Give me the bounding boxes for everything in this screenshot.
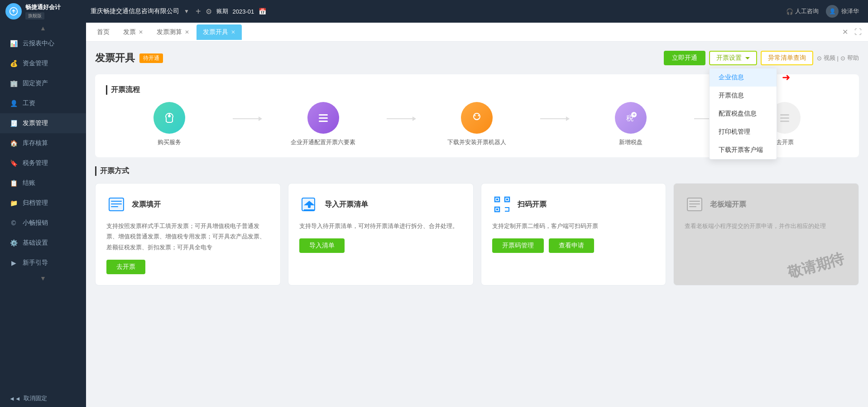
company-info-label: 企业信息 [719,73,744,81]
sidebar-label-report: 小畅报销 [23,219,48,227]
salary-icon: 👤 [9,99,18,108]
calendar-icon[interactable]: 📅 [259,8,266,15]
invoice-info-label: 开票信息 [719,92,744,99]
svg-rect-20 [308,203,311,208]
divider-pipe: | [837,55,839,62]
tab-home[interactable]: 首页 [91,24,116,40]
fund-icon: 💰 [9,59,18,68]
add-company-btn[interactable]: + [196,6,201,17]
dropdown-item-tax-config[interactable]: 配置税盘信息 [710,105,777,123]
sidebar-label-cloud-report: 云报表中心 [23,39,54,48]
fill-method-title: 发票填开 [132,200,161,209]
sidebar-item-fund[interactable]: 💰 资金管理 [0,53,86,73]
fill-go-btn[interactable]: 去开票 [106,260,145,274]
abnormal-btn[interactable]: 异常清单查询 [761,51,813,65]
cloud-report-icon: 📊 [9,39,18,48]
sidebar-item-cloud-report[interactable]: 📊 云报表中心 [0,34,86,53]
svg-rect-17 [111,204,122,204]
dropdown-item-invoice-info[interactable]: 开票信息 [710,87,777,105]
tab-invoice-list-close[interactable]: ✕ [139,29,143,35]
method-card-fill: 发票填开 支持按照发票样式手工填开发票；可开具增值税电子普通发票、增值税普通发票… [95,183,281,286]
tab-invoice-issue[interactable]: 发票开具 ✕ [197,24,242,40]
sidebar-item-inventory[interactable]: 🏠 库存核算 [0,133,86,153]
logo-text: 畅捷通好会计 [25,3,61,11]
sidebar-item-invoice[interactable]: 🧾 发票管理 [0,113,86,133]
boss-method-title: 老板端开票 [710,200,746,209]
flow-step-add-tax: 税+ 新增税盘 [567,102,694,146]
user-btn[interactable]: 👤 徐泽华 [826,5,859,18]
settings-gear-icon[interactable]: ⚙ [206,7,212,16]
support-btn[interactable]: 🎧 人工咨询 [786,7,819,15]
svg-rect-3 [319,114,328,116]
sidebar-label-settle: 结账 [23,179,35,187]
step-add-tax-label: 新增税盘 [619,138,643,146]
sidebar-item-base[interactable]: ⚙️ 基础设置 [0,233,86,253]
sidebar-item-report[interactable]: © 小畅报销 [0,213,86,233]
scan-method-desc: 支持定制开票二维码，客户端可扫码开票 [492,221,655,231]
tab-close-all-icon[interactable]: ✕ [839,28,852,36]
dropdown-item-download-client[interactable]: 下载开票客户端 [710,141,777,159]
dropdown-chevron[interactable]: ▼ [184,8,189,15]
tab-maximize-icon[interactable]: ⛶ [853,28,863,36]
method-card-import: 导入开票清单 支持导入待开票清单，可对待开票清单进行拆分、合并处理。 导入清单 [288,183,474,286]
scan-apply-btn[interactable]: 查看申请 [549,238,594,253]
sidebar-item-settle[interactable]: 📋 结账 [0,173,86,193]
settings-dropdown-arrow [745,57,750,59]
sidebar-item-tax[interactable]: 🔖 税务管理 [0,153,86,173]
sidebar-item-salary[interactable]: 👤 工资 [0,93,86,113]
overlay-text: 敬请期待 [785,249,846,283]
scan-code-btn[interactable]: 开票码管理 [492,238,544,253]
svg-rect-16 [111,201,122,202]
cancel-pin-btn[interactable]: ◄◄ 取消固定 [0,390,86,407]
svg-point-8 [478,115,480,116]
sidebar-label-salary: 工资 [23,99,35,107]
import-btn[interactable]: 导入清单 [299,238,345,253]
sidebar-item-guide[interactable]: ▶ 新手引导 [0,253,86,273]
tab-invoice-list-label: 发票 [123,28,136,36]
activate-btn[interactable]: 立即开通 [664,51,705,65]
inventory-icon: 🏠 [9,139,18,148]
tab-invoice-calc[interactable]: 发票测算 ✕ [150,24,196,40]
company-name[interactable]: 重庆畅捷交通信息咨询有限公司 [91,7,179,15]
tab-invoice-list[interactable]: 发票 ✕ [117,24,149,40]
cancel-pin-label: 取消固定 [24,394,47,402]
printer-label: 打印机管理 [719,128,750,135]
step-config-label: 企业开通配置开票六要素 [291,138,355,146]
guide-icon: ▶ [9,258,18,267]
sidebar-scroll-up[interactable]: ▲ [0,23,86,34]
tab-invoice-issue-close[interactable]: ✕ [231,29,235,35]
boss-method-icon [685,194,705,214]
settings-label: 开票设置 [716,54,742,62]
svg-rect-32 [689,204,700,204]
step-buy-label: 购买服务 [158,138,181,146]
sidebar-scroll-down[interactable]: ▼ [0,273,86,284]
base-icon: ⚙️ [9,238,18,247]
dropdown-item-company-info[interactable]: 企业信息 ➜ [710,68,777,87]
dropdown-item-printer[interactable]: 打印机管理 [710,123,777,141]
step-icon-buy [153,102,185,134]
sidebar-item-archive[interactable]: 📁 归档管理 [0,193,86,213]
svg-rect-26 [496,208,498,210]
scan-method-icon [492,194,512,214]
tax-config-label: 配置税盘信息 [719,110,757,117]
svg-rect-29 [505,211,508,212]
sidebar-item-asset[interactable]: 🏢 固定资产 [0,73,86,93]
svg-rect-31 [689,201,700,202]
tab-invoice-calc-close[interactable]: ✕ [185,29,189,35]
import-method-icon [299,194,319,214]
video-btn[interactable]: ⊙ 视频 | ⊙ 帮助 [817,54,859,62]
settings-dropdown: 企业信息 ➜ 开票信息 配置税盘信息 打印机管理 [709,68,777,160]
fill-method-desc: 支持按照发票样式手工填开发票；可开具增值税电子普通发票、增值税普通发票、增值税专… [106,221,269,252]
svg-rect-25 [506,199,508,200]
sidebar-label-base: 基础设置 [23,239,48,247]
settings-btn[interactable]: 开票设置 [709,51,757,65]
import-method-desc: 支持导入待开票清单，可对待开票清单进行拆分、合并处理。 [299,221,462,231]
pin-left-icon: ◄◄ [9,395,21,402]
svg-rect-4 [319,117,328,119]
svg-text:+: + [633,111,636,118]
sidebar-label-archive: 归档管理 [23,199,48,207]
scan-method-title: 扫码开票 [518,200,547,209]
logo-icon [5,3,22,19]
method-card-boss: 老板端开票 查看老板端小程序提交的开票申请，并作出相应的处理 敬请期待 [673,183,859,286]
sidebar-label-guide: 新手引导 [23,259,48,267]
